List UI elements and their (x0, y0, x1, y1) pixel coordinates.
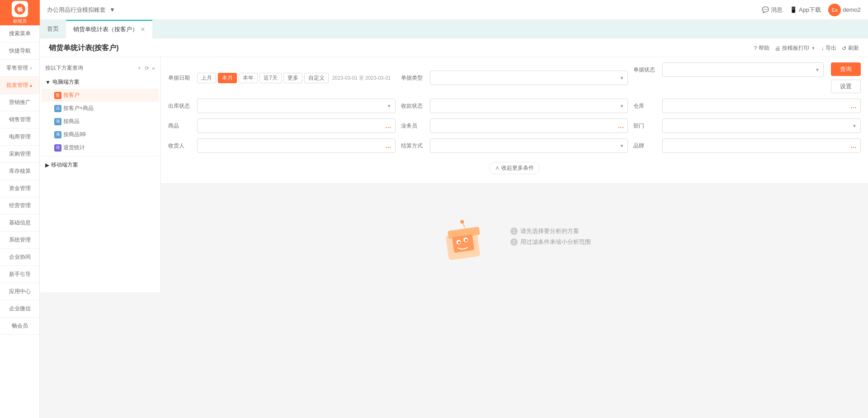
type-dropdown-icon: ▼ (619, 76, 624, 81)
sidebar-item-retail[interactable]: 零售管理 ▼ (0, 60, 39, 77)
empty-state: 1 请先选择要分析的方案 2 用过滤条件来缩小分析范围 (161, 184, 868, 292)
date-btn-this-month[interactable]: 本月 (218, 73, 237, 83)
add-scheme-icon[interactable]: ＋ (137, 64, 142, 72)
topbar-right: 💬 消息 📱 App下载 Ea demo2 (762, 4, 861, 16)
sidebar-item-ecommerce[interactable]: 电商管理 (0, 128, 39, 146)
user-profile-btn[interactable]: Ea demo2 (828, 4, 861, 16)
export-icon: ↓ (821, 45, 824, 52)
return-stat-label: 退货统计 (63, 144, 85, 152)
filter-staff-item: 业务员 … (401, 119, 628, 133)
page-body: 按以下方案查询 ＋ ⟳ « ▼ 电脑端方案 (40, 57, 868, 292)
tree-item-by-customer[interactable]: 客 按客户 (42, 89, 159, 102)
warehouse-input[interactable]: … (662, 99, 861, 113)
brand-ellipsis: … (850, 142, 857, 149)
sidebar-item-purchase[interactable]: 采购管理 (0, 146, 39, 163)
message-label: 消息 (771, 6, 783, 14)
sidebar-item-inventory[interactable]: 库存核算 (0, 163, 39, 180)
tab-home[interactable]: 首页 (40, 20, 66, 38)
empty-hint-2: 2 用过滤条件来缩小分析范围 (510, 238, 591, 246)
sidebar-item-quick[interactable]: 快捷导航 (0, 43, 39, 60)
query-btn[interactable]: 查询 (831, 62, 861, 76)
settings-btn[interactable]: 设置 (831, 80, 861, 93)
sidebar-item-basic[interactable]: 基础信息 (0, 214, 39, 232)
receiver-label: 收货人 (168, 142, 193, 150)
app-download-label: App下载 (799, 6, 821, 14)
filter-brand-item: 品牌 … (633, 138, 861, 153)
tab-close-icon[interactable]: ✕ (141, 26, 145, 33)
filter-dept-item: 部门 ▼ (633, 119, 861, 133)
sidebar-item-newbie[interactable]: 新手引导 (0, 266, 39, 283)
payment-status-dropdown-icon: ▼ (619, 104, 624, 109)
filter-warehouse-item: 仓库 … (633, 99, 861, 113)
sidebar-item-marketing[interactable]: 营销推广 (0, 94, 39, 111)
status-input[interactable]: ▼ (662, 62, 824, 77)
filter-settlement-item: 结算方式 ▼ (401, 138, 628, 153)
refresh-btn[interactable]: ↺ 刷新 (842, 44, 859, 52)
type-input[interactable]: ▼ (430, 71, 628, 85)
sidebar-item-wechat[interactable]: 企业微信 (0, 300, 39, 318)
filter-goods-item: 商品 … (168, 119, 396, 133)
settlement-input[interactable]: ▼ (430, 138, 628, 153)
sidebar-item-finance[interactable]: 资金管理 (0, 180, 39, 197)
date-btn-last-7days[interactable]: 近7天 (259, 73, 282, 83)
status-label: 单据状态 (633, 66, 659, 74)
date-btn-more[interactable]: 更多 (283, 73, 302, 83)
tree-group-desktop-header[interactable]: ▼ 电脑端方案 (42, 76, 159, 89)
sidebar-item-system[interactable]: 系统管理 (0, 232, 39, 249)
goods-input[interactable]: … (197, 119, 396, 133)
sidebar-item-sales[interactable]: 销售管理 (0, 111, 39, 128)
staff-input[interactable]: … (430, 119, 628, 133)
sidebar-item-app[interactable]: 应用中心 (0, 283, 39, 300)
goods-ellipsis: … (385, 122, 392, 129)
sidebar-item-enterprise[interactable]: 企业协同 (0, 249, 39, 266)
sidebar-item-member[interactable]: 畅会员 (0, 318, 39, 335)
empty-state-inner: 1 请先选择要分析的方案 2 用过滤条件来缩小分析范围 (438, 211, 591, 265)
out-status-input[interactable]: ▼ (197, 99, 396, 113)
brand-input[interactable]: … (662, 138, 861, 153)
user-name: demo2 (843, 6, 861, 13)
refresh-scheme-icon[interactable]: ⟳ (145, 65, 149, 71)
payment-status-input[interactable]: ▼ (430, 99, 628, 113)
print-label: 按模板打印 (782, 44, 809, 52)
divider (42, 156, 159, 157)
return-stat-icon: 统 (54, 144, 61, 152)
tabbar: 首页 销货单统计表（按客户） ✕ (40, 20, 868, 38)
receiver-input[interactable]: … (197, 138, 396, 153)
tree-item-by-customer-goods[interactable]: 品 按客户+商品 (42, 102, 159, 115)
side-panel-tree: ▼ 电脑端方案 客 按客户 品 按客户+商品 (40, 76, 160, 171)
app-download-btn[interactable]: 📱 App下载 (790, 6, 821, 14)
export-btn[interactable]: ↓ 导出 (821, 44, 836, 52)
collapse-btn[interactable]: ∧ 收起更多条件 (489, 162, 539, 174)
tree-item-by-goods[interactable]: 商 按商品 (42, 115, 159, 128)
date-btn-this-year[interactable]: 本年 (239, 73, 258, 83)
dropdown-icon[interactable]: ▼ (109, 6, 115, 13)
side-panel: 按以下方案查询 ＋ ⟳ « ▼ 电脑端方案 (40, 57, 161, 292)
dept-input[interactable]: ▼ (662, 119, 861, 133)
svg-point-10 (460, 220, 464, 224)
empty-hint-1: 1 请先选择要分析的方案 (510, 227, 591, 235)
desktop-group-label: 电脑端方案 (52, 78, 80, 86)
settlement-label: 结算方式 (401, 142, 426, 150)
staff-ellipsis: … (618, 122, 624, 129)
dept-dropdown-icon: ▼ (852, 124, 857, 128)
date-btn-custom[interactable]: 自定义 (304, 73, 329, 83)
collapse-panel-icon[interactable]: « (152, 65, 155, 71)
sidebar-item-search[interactable]: 搜索菜单 (0, 25, 39, 43)
export-label: 导出 (826, 44, 836, 52)
message-btn[interactable]: 💬 消息 (762, 6, 783, 14)
date-range: 2023-03-01 至 2023-03-31 (332, 75, 391, 81)
app-download-icon: 📱 (790, 6, 797, 13)
tree-item-by-goods-99[interactable]: 商 按商品99 (42, 128, 159, 141)
tree-group-mobile-header[interactable]: ▶ 移动端方案 (42, 158, 159, 171)
sidebar-item-operation[interactable]: 经营管理 (0, 197, 39, 214)
svg-rect-4 (452, 234, 474, 253)
empty-illustration (438, 211, 492, 265)
help-btn[interactable]: ? 帮助 (754, 44, 769, 52)
print-btn[interactable]: 🖨 按模板打印 ▼ (775, 44, 816, 52)
filter-row-2: 出库状态 ▼ 收款状态 ▼ (168, 99, 861, 113)
date-btn-last-month[interactable]: 上月 (197, 73, 216, 83)
avatar: Ea (828, 4, 841, 16)
tree-item-return-stat[interactable]: 统 退货统计 (42, 141, 159, 154)
sidebar-item-wholesale[interactable]: 批发管理 ▲ (0, 77, 39, 94)
tab-sales-stat[interactable]: 销货单统计表（按客户） ✕ (66, 20, 152, 38)
